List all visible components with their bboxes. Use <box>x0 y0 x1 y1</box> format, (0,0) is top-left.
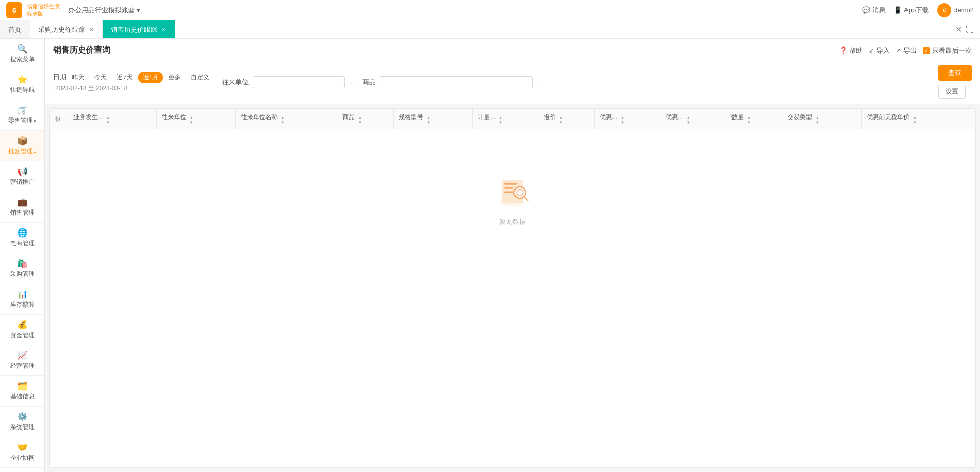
date-range-display: 2023-02-18 至 2023-03-18 <box>53 84 214 93</box>
sort-down-icon: ▼ <box>686 121 690 125</box>
date-btn-7days[interactable]: 近7天 <box>112 72 137 83</box>
date-label: 日期 <box>53 73 66 82</box>
partner-input[interactable] <box>253 76 345 88</box>
topbar: 6 畅捷信好生意 标准版 办公用品行业模拟账套 ▾ 💬 消息 📱 App下载 d… <box>0 0 980 20</box>
help-icon: ❓ <box>839 46 847 54</box>
sort-icons: ▲ ▼ <box>358 116 362 125</box>
app-download-button[interactable]: 📱 App下载 <box>894 6 929 15</box>
tab-sales[interactable]: 销售历史价跟踪 ✕ <box>103 20 175 38</box>
tabbar: 首页 采购历史价跟踪 ✕ 销售历史价跟踪 ✕ ✕ ⛶ <box>0 20 980 39</box>
maximize-button[interactable]: ⛶ <box>966 25 974 34</box>
data-table: ⚙ 业务发生... ▲ ▼ 往来单位 ▲ <box>50 109 975 129</box>
date-btn-more[interactable]: 更多 <box>164 72 185 83</box>
tab-purchase[interactable]: 采购历史价跟踪 ✕ <box>30 20 103 38</box>
date-btn-yesterday[interactable]: 昨天 <box>67 72 89 83</box>
sidebar-item-enterprise[interactable]: 🤝 企业协同 <box>0 437 44 468</box>
chevron-down-icon: ▾ <box>137 6 140 14</box>
message-button[interactable]: 💬 消息 <box>862 6 886 15</box>
sort-icons: ▲ ▼ <box>747 116 751 125</box>
search-icon: 🔍 <box>17 44 28 54</box>
settings-button[interactable]: 设置 <box>938 85 966 99</box>
export-button[interactable]: ↗ 导出 <box>896 46 917 55</box>
sidebar-item-system[interactable]: ⚙️ 系统管理 <box>0 407 44 437</box>
tab-sales-close[interactable]: ✕ <box>161 26 166 33</box>
table-col-goods[interactable]: 商品 ▲ ▼ <box>337 109 394 129</box>
partner-ellipsis[interactable]: ... <box>349 78 354 86</box>
purchase-icon: 🛍️ <box>17 258 28 268</box>
marketing-icon: 📢 <box>17 167 28 176</box>
gear-icon[interactable]: ⚙ <box>55 115 61 123</box>
avatar: d <box>937 3 951 17</box>
table-header-row: ⚙ 业务发生... ▲ ▼ 往来单位 ▲ <box>50 109 975 129</box>
tab-sales-label: 销售历史价跟踪 <box>111 25 157 34</box>
tab-purchase-label: 采购历史价跟踪 <box>38 25 85 34</box>
help-button[interactable]: ❓ 帮助 <box>839 46 863 55</box>
tab-home[interactable]: 首页 <box>0 20 30 38</box>
sidebar-item-finance[interactable]: 💰 资金管理 <box>0 315 44 345</box>
sidebar-item-shortcut[interactable]: ⭐ 快捷导航 <box>0 69 44 100</box>
date-btn-1month[interactable]: 近1月 <box>138 72 163 83</box>
sort-down-icon: ▼ <box>427 121 431 125</box>
sort-up-icon: ▲ <box>427 116 431 120</box>
sidebar-item-inventory[interactable]: 📊 库存核算 <box>0 284 44 315</box>
sort-down-icon: ▼ <box>621 121 625 125</box>
partner-filter-group: 往来单位 ... <box>222 76 354 88</box>
sidebar-item-retail[interactable]: 🛒 零售管理 ▾ <box>0 100 44 131</box>
empty-icon <box>492 170 533 211</box>
table-col-biz-date[interactable]: 业务发生... ▲ ▼ <box>68 109 156 129</box>
sidebar-item-operations[interactable]: 📈 经营管理 <box>0 345 44 376</box>
user-menu[interactable]: d demo2 <box>937 3 974 17</box>
table-col-partner-code[interactable]: 往来单位 ▲ ▼ <box>156 109 235 129</box>
sidebar-item-label: 库存核算 <box>10 300 35 309</box>
filter-bar: 日期 昨天 今天 近7天 近1月 更多 自定义 2023-02-18 至 202… <box>45 60 980 104</box>
ecommerce-icon: 🌐 <box>17 228 28 238</box>
sidebar-item-wholesale[interactable]: 📦 批发管理 ▴ <box>0 131 44 161</box>
svg-line-6 <box>524 197 528 201</box>
sidebar-item-label: 资金管理 <box>10 331 35 340</box>
export-icon: ↗ <box>896 46 901 54</box>
table-col-unit[interactable]: 计量... ▲ ▼ <box>473 109 538 129</box>
sort-up-icon: ▲ <box>747 116 751 120</box>
table-col-trade-type[interactable]: 交易类型 ▲ ▼ <box>782 109 862 129</box>
content-area: 销售历史价查询 ❓ 帮助 ↙ 导入 ↗ 导出 ✓ 只看最后一次 <box>45 39 980 472</box>
sales-icon: 💼 <box>17 197 28 207</box>
goods-ellipsis[interactable]: ... <box>537 78 543 86</box>
basic-icon: 🗂️ <box>17 381 28 391</box>
close-all-tabs-button[interactable]: ✕ <box>955 25 962 34</box>
logo-icon: 6 <box>6 2 22 18</box>
table-col-quote[interactable]: 报价 ▲ ▼ <box>538 109 595 129</box>
date-btn-custom[interactable]: 自定义 <box>186 72 214 83</box>
chevron-down-icon: ▾ <box>34 119 36 124</box>
app-icon: 📱 <box>894 6 902 14</box>
table-col-discount2[interactable]: 优惠... ▲ ▼ <box>660 109 726 129</box>
table-container: ⚙ 业务发生... ▲ ▼ 往来单位 ▲ <box>49 108 976 468</box>
sidebar-item-search[interactable]: 🔍 搜索菜单 <box>0 39 44 69</box>
sidebar-item-label: 批发管理 <box>8 147 33 156</box>
sidebar-item-sales[interactable]: 💼 销售管理 <box>0 192 44 223</box>
sort-down-icon: ▼ <box>189 121 193 125</box>
table-col-spec[interactable]: 规格型号 ▲ ▼ <box>394 109 473 129</box>
table-col-partner-name[interactable]: 往来单位名称 ▲ ▼ <box>235 109 337 129</box>
table-col-pre-tax-price[interactable]: 优惠前无税单价 ▲ ▼ <box>861 109 975 129</box>
sort-icons: ▲ ▼ <box>621 116 625 125</box>
main-layout: 🔍 搜索菜单 ⭐ 快捷导航 🛒 零售管理 ▾ 📦 批发管理 ▴ 📢 营销推广 <box>0 39 980 472</box>
sidebar-item-label: 快捷导航 <box>10 86 35 95</box>
sort-icons: ▲ ▼ <box>499 116 503 125</box>
sort-icons: ▲ ▼ <box>559 116 563 125</box>
table-col-discount1[interactable]: 优惠... ▲ ▼ <box>595 109 660 129</box>
table-col-qty[interactable]: 数量 ▲ ▼ <box>726 109 782 129</box>
only-latest-checkbox[interactable]: ✓ 只看最后一次 <box>923 46 972 55</box>
query-button[interactable]: 查询 <box>938 65 972 81</box>
date-btn-today[interactable]: 今天 <box>90 72 111 83</box>
sidebar-item-basic[interactable]: 🗂️ 基础信息 <box>0 376 44 407</box>
company-selector[interactable]: 办公用品行业模拟账套 ▾ <box>64 4 144 17</box>
sidebar-item-marketing[interactable]: 📢 营销推广 <box>0 161 44 192</box>
sidebar-item-ecommerce[interactable]: 🌐 电商管理 <box>0 223 44 253</box>
tab-purchase-close[interactable]: ✕ <box>89 26 94 33</box>
goods-input[interactable] <box>380 76 533 88</box>
sidebar-item-purchase[interactable]: 🛍️ 采购管理 <box>0 253 44 284</box>
sidebar-item-newbie[interactable]: 🎯 新手引导 <box>0 468 44 472</box>
sidebar-item-label: 系统管理 <box>10 423 35 432</box>
sort-icons: ▲ ▼ <box>281 116 285 125</box>
import-button[interactable]: ↙ 导入 <box>869 46 890 55</box>
